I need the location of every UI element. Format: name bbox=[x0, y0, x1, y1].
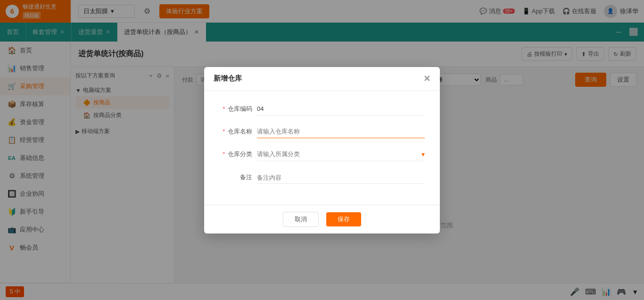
modal-body: * 仓库编码 * 仓库名称 * 仓库分类 bbox=[204, 91, 440, 205]
modal-overlay[interactable]: 新增仓库 ✕ * 仓库编码 * 仓库名称 bbox=[0, 0, 644, 300]
form-row-category: * 仓库分类 ▾ bbox=[219, 148, 425, 161]
form-label-note: 备注 bbox=[219, 173, 257, 182]
warehouse-category-wrapper: ▾ bbox=[257, 148, 425, 161]
modal-close-button[interactable]: ✕ bbox=[423, 74, 430, 84]
modal-footer: 取消 保存 bbox=[204, 205, 440, 233]
warehouse-name-input[interactable] bbox=[257, 125, 425, 138]
category-arrow-icon[interactable]: ▾ bbox=[421, 150, 425, 158]
form-label-name: * 仓库名称 bbox=[219, 127, 257, 136]
save-button[interactable]: 保存 bbox=[326, 212, 361, 226]
form-label-category: * 仓库分类 bbox=[219, 150, 257, 158]
modal-header: 新增仓库 ✕ bbox=[204, 67, 440, 91]
form-row-note: 备注 bbox=[219, 171, 425, 184]
cancel-button[interactable]: 取消 bbox=[283, 212, 319, 227]
modal-title: 新增仓库 bbox=[214, 74, 242, 83]
form-label-code: * 仓库编码 bbox=[219, 105, 257, 113]
warehouse-note-input[interactable] bbox=[257, 171, 425, 184]
new-warehouse-modal: 新增仓库 ✕ * 仓库编码 * 仓库名称 bbox=[204, 67, 440, 233]
warehouse-code-input[interactable] bbox=[257, 102, 425, 116]
form-row-name: * 仓库名称 bbox=[219, 125, 425, 138]
form-row-code: * 仓库编码 bbox=[219, 102, 425, 116]
warehouse-category-input[interactable] bbox=[257, 150, 421, 158]
